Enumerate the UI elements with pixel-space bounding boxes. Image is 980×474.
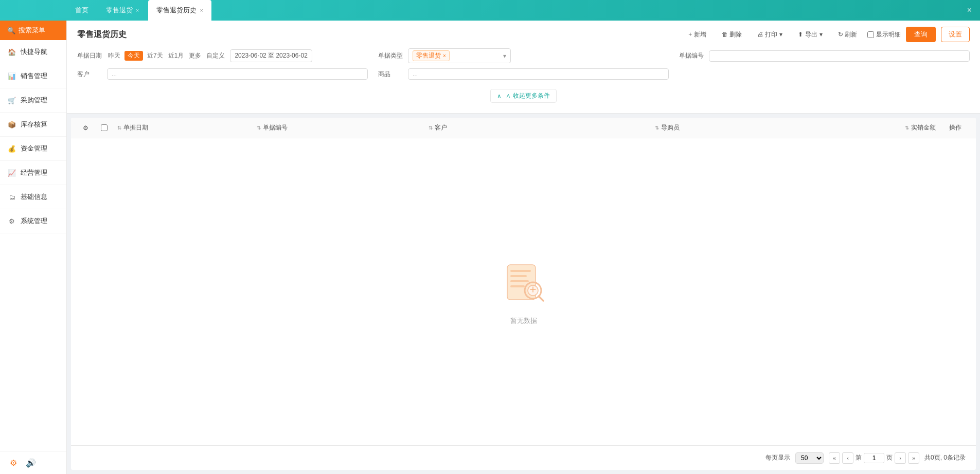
chevron-down-icon: ▾ [779, 31, 782, 38]
filter-row-1: 单据日期 昨天 今天 近7天 近1月 更多 自定义 2023-06-02 至 2… [77, 48, 970, 63]
tab-retail-return-history-close[interactable]: × [200, 7, 203, 13]
sidebar-item-system[interactable]: ⚙ 系统管理 [0, 209, 66, 233]
finance-icon: 💰 [7, 144, 16, 153]
page-suffix: 页 [886, 453, 893, 462]
system-icon: ⚙ [7, 216, 16, 226]
sidebar-item-base-info[interactable]: 🗂 基础信息 [0, 185, 66, 209]
tab-home[interactable]: 首页 [67, 0, 97, 21]
sidebar-item-purchase[interactable]: 🛒 采购管理 [0, 88, 66, 113]
filter-customer: 客户 ... [77, 68, 368, 80]
date-opt-yesterday[interactable]: 昨天 [107, 51, 121, 61]
window-close-button[interactable]: × [967, 6, 972, 15]
show-detail-input[interactable] [867, 31, 874, 38]
th-checkbox[interactable] [95, 124, 113, 131]
th-amount[interactable]: ⇅ 实销金额 [823, 123, 940, 132]
voucher-number-input[interactable] [709, 50, 970, 62]
table-container: ⚙ ⇅ 单据日期 ⇅ 单据编号 ⇅ 客户 ⇅ [71, 118, 976, 470]
sidebar-search[interactable]: 🔍 搜索菜单 [0, 21, 66, 40]
filter-goods: 商品 ... [378, 68, 669, 80]
pagination: 每页显示 50 100 200 « ‹ 第 页 › » 共0页, 0条记录 [71, 445, 976, 470]
filter-voucher-number: 单据编号 [679, 50, 970, 62]
date-opt-custom[interactable]: 自定义 [205, 51, 226, 61]
voucher-type-tag: 零售退货 × [413, 50, 450, 61]
sidebar-item-sales[interactable]: 📊 销售管理 [0, 64, 66, 88]
th-voucher-number[interactable]: ⇅ 单据编号 [253, 123, 424, 132]
page-number-input[interactable] [864, 453, 884, 463]
tab-retail-return[interactable]: 零售退货 × [98, 0, 147, 21]
date-opt-1month[interactable]: 近1月 [167, 51, 185, 61]
filter-area: 单据日期 昨天 今天 近7天 近1月 更多 自定义 2023-06-02 至 2… [77, 48, 970, 89]
new-button[interactable]: + 新增 [683, 28, 711, 42]
tab-bar: 首页 零售退货 × 零售退货历史 × [67, 0, 211, 21]
voucher-type-chevron-icon: ▾ [503, 52, 506, 60]
print-button[interactable]: 🖨 打印 ▾ [752, 28, 788, 42]
sort-asc-icon-3: ⇅ [429, 125, 433, 131]
operations-icon: 📈 [7, 168, 16, 177]
date-opt-today[interactable]: 今天 [124, 51, 143, 61]
delete-button[interactable]: 🗑 删除 [717, 28, 747, 42]
th-guide[interactable]: ⇅ 导购员 [651, 123, 823, 132]
baseinfo-icon: 🗂 [7, 192, 16, 202]
sidebar-bottom: ⚙ 🔊 [0, 451, 66, 474]
date-range-input[interactable]: 2023-06-02 至 2023-06-02 [230, 49, 312, 62]
page-next-button[interactable]: › [895, 452, 906, 464]
select-all-checkbox[interactable] [101, 124, 108, 131]
sidebar-item-finance[interactable]: 💰 资金管理 [0, 137, 66, 161]
refresh-button[interactable]: ↻ 刷新 [833, 28, 862, 42]
goods-label: 商品 [378, 70, 404, 79]
home-icon: 🏠 [7, 47, 16, 57]
sidebar-item-quick-nav[interactable]: 🏠 快捷导航 [0, 40, 66, 64]
sidebar-nav: 🏠 快捷导航 📊 销售管理 🛒 采购管理 📦 库存核算 💰 资金管理 📈 [0, 40, 66, 451]
collapse-button[interactable]: ∧ ∧ 收起更多条件 [490, 89, 556, 103]
main-layout: 🔍 搜索菜单 🏠 快捷导航 📊 销售管理 🛒 采购管理 📦 库存核算 💰 [0, 21, 980, 474]
page-label: 第 [856, 453, 862, 462]
customer-label: 客户 [77, 70, 103, 79]
th-customer[interactable]: ⇅ 客户 [424, 123, 651, 132]
date-opt-7days[interactable]: 近7天 [146, 51, 164, 61]
customer-input[interactable]: ... [107, 68, 368, 80]
th-settings[interactable]: ⚙ [76, 124, 95, 132]
voucher-type-tag-close[interactable]: × [443, 53, 446, 59]
main-content: 零售退货历史 + 新增 🗑 删除 🖨 打印 ▾ ⬆ 导出 ▾ [67, 21, 980, 474]
svg-rect-4 [510, 285, 525, 287]
tab-retail-return-history[interactable]: 零售退货历史 × [148, 0, 211, 21]
setting-button[interactable]: 设置 [941, 27, 970, 42]
voucher-date-label: 单据日期 [77, 51, 103, 60]
tab-retail-return-close[interactable]: × [136, 7, 139, 13]
svg-rect-1 [510, 270, 531, 272]
settings-bottom-icon[interactable]: ⚙ [7, 457, 20, 469]
show-detail-checkbox[interactable]: 显示明细 [867, 30, 901, 39]
goods-input[interactable]: ... [408, 68, 669, 80]
th-voucher-date[interactable]: ⇅ 单据日期 [113, 123, 253, 132]
sort-asc-icon-5: ⇅ [905, 125, 909, 131]
page-last-button[interactable]: » [908, 452, 919, 464]
date-opt-more[interactable]: 更多 [188, 51, 202, 61]
search-icon: 🔍 [7, 27, 15, 34]
query-button[interactable]: 查询 [906, 27, 936, 42]
svg-line-7 [539, 296, 543, 301]
voucher-type-label: 单据类型 [378, 51, 404, 60]
audio-icon[interactable]: 🔊 [25, 457, 37, 469]
page-first-button[interactable]: « [829, 452, 840, 464]
sort-asc-icon: ⇅ [117, 125, 121, 131]
filter-voucher-date: 单据日期 昨天 今天 近7天 近1月 更多 自定义 2023-06-02 至 2… [77, 49, 368, 62]
sidebar-item-operations[interactable]: 📈 经营管理 [0, 161, 66, 185]
collapse-icon: ∧ [497, 93, 502, 100]
export-button[interactable]: ⬆ 导出 ▾ [793, 28, 827, 42]
total-info: 共0页, 0条记录 [924, 453, 966, 462]
empty-text: 暂无数据 [510, 316, 537, 325]
sidebar-item-inventory[interactable]: 📦 库存核算 [0, 113, 66, 137]
purchase-icon: 🛒 [7, 96, 16, 105]
page-prev-button[interactable]: ‹ [842, 452, 853, 464]
page-nav: « ‹ 第 页 › » [829, 452, 919, 464]
empty-state: 暂无数据 [71, 138, 976, 445]
top-bar: 首页 零售退货 × 零售退货历史 × × [0, 0, 980, 21]
svg-rect-3 [510, 280, 529, 282]
collapse-label: ∧ 收起更多条件 [506, 92, 549, 100]
voucher-number-label: 单据编号 [679, 51, 705, 60]
toolbar: + 新增 🗑 删除 🖨 打印 ▾ ⬆ 导出 ▾ ↻ 刷新 [683, 27, 970, 42]
sort-asc-icon-4: ⇅ [655, 125, 659, 131]
th-action: 操作 [940, 123, 971, 132]
per-page-select[interactable]: 50 100 200 [795, 452, 824, 464]
voucher-type-select[interactable]: 零售退货 × ▾ [408, 48, 511, 63]
